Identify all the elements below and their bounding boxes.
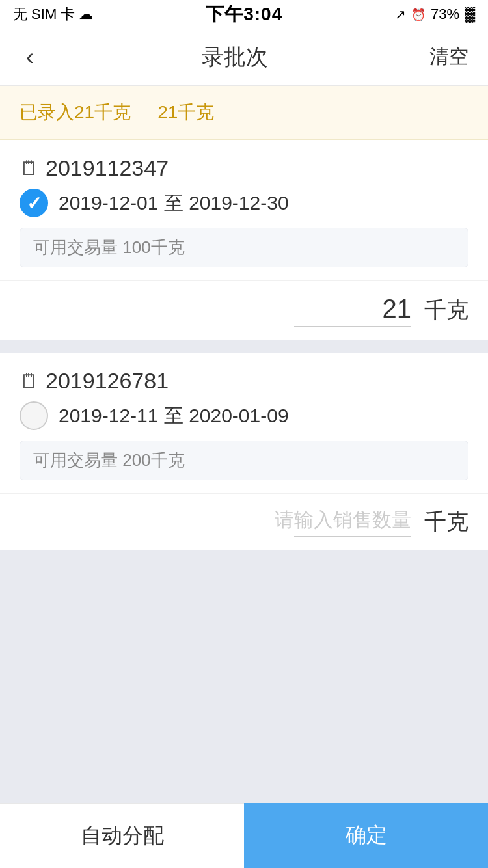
banner-divider — [144, 103, 144, 122]
check-icon-1: ✓ — [27, 193, 42, 214]
back-button[interactable]: ‹ — [20, 37, 40, 77]
status-left: 无 SIM 卡 ☁ — [13, 5, 93, 24]
page-title: 录批次 — [202, 42, 268, 72]
bottom-area — [0, 550, 488, 823]
batch-item-2: 🗒 2019126781 2019-12-11 至 2020-01-09 可用交… — [0, 353, 488, 550]
clear-button[interactable]: 清空 — [429, 44, 468, 70]
radio-2[interactable] — [20, 401, 48, 430]
batch-id-row-2: 🗒 2019126781 — [20, 368, 468, 394]
quantity-unit-1: 千克 — [424, 295, 468, 325]
sim-label: 无 SIM 卡 ☁ — [13, 5, 93, 24]
quantity-underline-2 — [294, 536, 411, 537]
batch-id-1: 2019112347 — [46, 156, 169, 181]
status-bar: 无 SIM 卡 ☁ 下午3:04 73% ▓ — [0, 0, 488, 29]
confirm-button[interactable]: 确定 — [244, 803, 488, 868]
doc-icon-1: 🗒 — [20, 157, 39, 180]
battery-icon: ▓ — [465, 6, 475, 23]
batch-date-row-1[interactable]: ✓ 2019-12-01 至 2019-12-30 — [20, 189, 468, 217]
status-time: 下午3:04 — [206, 2, 282, 27]
quantity-row-2: 请输入销售数量 千克 — [0, 493, 488, 550]
quantity-unit-2: 千克 — [424, 507, 468, 537]
quantity-underline-1 — [294, 326, 411, 327]
quantity-input-wrap-1: 21 — [294, 294, 411, 327]
auto-distribute-button[interactable]: 自动分配 — [0, 803, 244, 868]
alarm-icon — [411, 6, 426, 23]
confirm-label: 确定 — [346, 821, 387, 850]
batch-date-row-2[interactable]: 2019-12-11 至 2020-01-09 — [20, 401, 468, 430]
auto-distribute-label: 自动分配 — [81, 822, 164, 850]
footer: 自动分配 确定 — [0, 803, 488, 868]
location-icon — [395, 6, 406, 23]
quantity-placeholder-2[interactable]: 请输入销售数量 — [275, 507, 411, 534]
recorded-amount: 已录入21千克 — [20, 100, 131, 125]
quantity-row-1: 21 千克 — [0, 280, 488, 340]
quantity-input-wrap-2: 请输入销售数量 — [275, 507, 411, 537]
doc-icon-2: 🗒 — [20, 370, 39, 392]
battery-label: 73% — [431, 6, 459, 23]
available-tag-2: 可用交易量 200千克 — [20, 441, 468, 480]
quantity-value-1[interactable]: 21 — [359, 294, 411, 323]
batch-date-2: 2019-12-11 至 2020-01-09 — [59, 403, 289, 429]
total-amount: 21千克 — [157, 100, 214, 125]
nav-bar: ‹ 录批次 清空 — [0, 29, 488, 86]
radio-1[interactable]: ✓ — [20, 189, 48, 217]
batch-id-row-1: 🗒 2019112347 — [20, 156, 468, 181]
status-right: 73% ▓ — [395, 6, 475, 23]
batch-date-1: 2019-12-01 至 2019-12-30 — [59, 190, 289, 217]
available-tag-1: 可用交易量 100千克 — [20, 228, 468, 267]
batch-item-1: 🗒 2019112347 ✓ 2019-12-01 至 2019-12-30 可… — [0, 140, 488, 340]
section-divider — [0, 340, 488, 353]
info-banner: 已录入21千克 21千克 — [0, 86, 488, 140]
batch-id-2: 2019126781 — [46, 368, 169, 394]
